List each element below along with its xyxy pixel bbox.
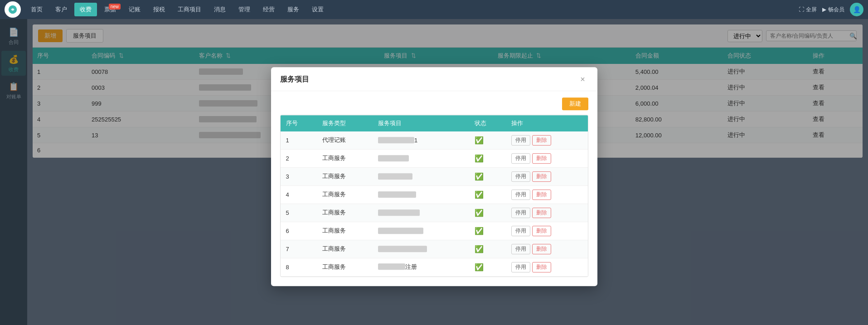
nav-item-service[interactable]: 服务	[282, 3, 305, 16]
nav-item-message[interactable]: 消息	[209, 3, 231, 16]
top-nav-right: ⛶ 全屏 ▶ 畅会员 👤	[799, 3, 863, 16]
user-avatar[interactable]: 👤	[850, 3, 863, 16]
nav-badge-new: new	[109, 4, 121, 10]
nav-item-manage[interactable]: 管理	[233, 3, 256, 16]
app-logo	[5, 1, 21, 18]
main-layout: 📄 合同 💰 收费 📋 对账单 新增 服务项目 进行中 已完成 全部	[0, 19, 868, 325]
modal-container: 服务项目 × 新建 序号 服务类型 服务项目	[27, 19, 868, 325]
avatar-icon: 👤	[853, 6, 861, 13]
nav-item-operation[interactable]: 经营	[257, 3, 280, 16]
member-icon: ▶	[822, 6, 826, 13]
nav-item-bookkeeping[interactable]: 记账	[123, 3, 146, 16]
overlay[interactable]	[27, 19, 868, 325]
fullscreen-button[interactable]: ⛶ 全屏	[799, 6, 817, 14]
member-button[interactable]: ▶ 畅会员	[822, 6, 844, 14]
nav-item-business[interactable]: 工商项目	[172, 3, 207, 16]
nav-item-invoice[interactable]: 票据 new	[99, 3, 121, 16]
nav-item-customer[interactable]: 客户	[50, 3, 73, 16]
main-content: 新增 服务项目 进行中 已完成 全部 🔍	[27, 19, 868, 325]
top-nav: 首页 客户 收费 票据 new 记账 报税 工商项目 消息 管理 经营 服务 设…	[0, 0, 868, 19]
nav-item-settings[interactable]: 设置	[306, 3, 329, 16]
nav-item-fee[interactable]: 收费	[74, 3, 97, 16]
fullscreen-icon: ⛶	[799, 6, 804, 13]
nav-item-home[interactable]: 首页	[25, 3, 48, 16]
nav-item-tax[interactable]: 报税	[148, 3, 170, 16]
nav-items: 首页 客户 收费 票据 new 记账 报税 工商项目 消息 管理 经营 服务 设…	[25, 3, 799, 16]
